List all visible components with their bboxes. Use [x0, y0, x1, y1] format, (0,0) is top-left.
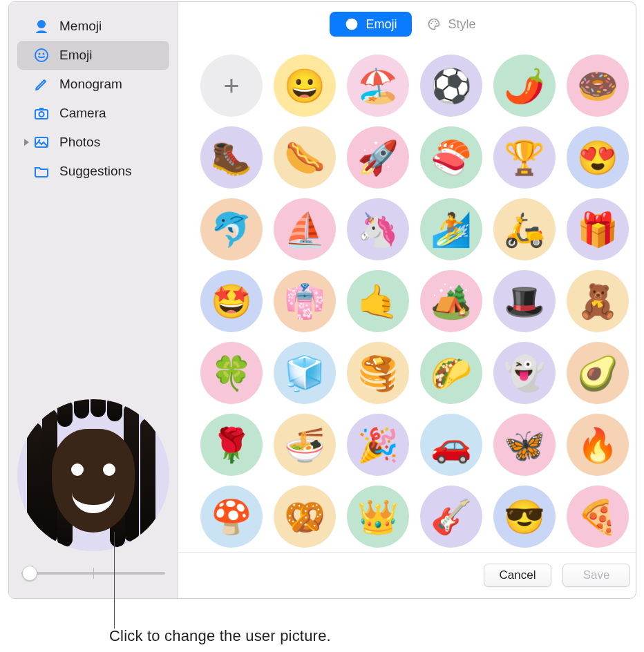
emoji-option[interactable]: 🧸 [567, 270, 629, 332]
tab-style[interactable]: Style [412, 12, 491, 37]
emoji-option[interactable]: 🌮 [420, 342, 482, 404]
tab-label: Style [448, 17, 475, 32]
emoji-option[interactable]: 🏆 [493, 126, 556, 189]
button-label: Save [583, 568, 610, 582]
emoji-option[interactable]: 🥑 [567, 342, 629, 404]
svg-point-0 [37, 20, 46, 28]
sidebar-item-label: Monogram [59, 77, 122, 92]
emoji-option[interactable]: 🍀 [200, 342, 263, 404]
emoji-option[interactable]: 🚗 [420, 414, 482, 476]
emoji-option[interactable]: 🍜 [274, 414, 336, 476]
svg-point-11 [431, 23, 433, 24]
picker-tabbar: Emoji Style [178, 2, 636, 48]
footer: Cancel Save [178, 552, 636, 598]
sidebar: Memoji Emoji Monogram [9, 2, 178, 598]
svg-point-3 [43, 53, 45, 55]
button-label: Cancel [500, 568, 536, 582]
pencil-icon [32, 75, 51, 94]
emoji-option[interactable]: 🥨 [274, 486, 336, 548]
sidebar-item-monogram[interactable]: Monogram [17, 70, 169, 99]
svg-point-13 [435, 21, 436, 22]
emoji-option[interactable]: 🤙 [347, 270, 409, 332]
sidebar-item-label: Camera [59, 106, 106, 121]
callout-leader-line [114, 532, 115, 629]
emoji-option[interactable]: 🍕 [567, 486, 629, 548]
memoji-face [52, 429, 135, 533]
svg-point-8 [347, 19, 357, 30]
emoji-face-icon [345, 17, 359, 31]
emoji-option[interactable]: 🎉 [347, 414, 409, 476]
emoji-option[interactable]: 🚀 [347, 126, 409, 189]
emoji-option[interactable]: 🥾 [200, 126, 263, 189]
emoji-option[interactable]: 🎩 [493, 270, 556, 332]
emoji-option[interactable]: ⛵ [274, 198, 336, 260]
emoji-option[interactable]: 🏕️ [420, 270, 482, 332]
sidebar-item-label: Suggestions [59, 164, 132, 179]
emoji-option[interactable]: 😀 [274, 55, 336, 117]
svg-point-1 [35, 49, 48, 61]
tab-emoji[interactable]: Emoji [330, 12, 412, 37]
emoji-option[interactable]: 🌹 [200, 414, 263, 476]
emoji-option[interactable]: 🤩 [200, 270, 263, 332]
callout-text: Click to change the user picture. [109, 627, 331, 645]
sidebar-item-emoji[interactable]: Emoji [17, 41, 169, 70]
emoji-option[interactable]: 👻 [493, 342, 556, 404]
svg-point-14 [437, 23, 438, 24]
zoom-knob[interactable] [22, 566, 37, 581]
emoji-option[interactable]: 🦄 [347, 198, 409, 260]
memoji-head-icon [32, 17, 51, 36]
emoji-option[interactable]: 🦋 [493, 414, 556, 476]
zoom-slider[interactable] [21, 566, 165, 580]
svg-rect-4 [35, 110, 48, 119]
svg-point-5 [39, 112, 44, 117]
emoji-option[interactable]: 🏄 [420, 198, 482, 260]
add-emoji-button[interactable]: + [200, 55, 263, 117]
emoji-option[interactable]: 🌶️ [493, 55, 556, 117]
photos-icon [32, 133, 51, 152]
svg-point-12 [433, 21, 434, 22]
sidebar-item-suggestions[interactable]: Suggestions [17, 157, 169, 186]
emoji-option[interactable]: 🍩 [567, 55, 629, 117]
emoji-option[interactable]: 🛵 [493, 198, 556, 260]
emoji-grid-scroll[interactable]: +😀🏖️⚽🌶️🍩🥾🌭🚀🍣🏆😍🐬⛵🦄🏄🛵🎁🤩👘🤙🏕️🎩🧸🍀🧊🥞🌮👻🥑🌹🍜🎉🚗🦋🔥🍄… [178, 48, 636, 552]
sidebar-item-camera[interactable]: Camera [17, 99, 169, 128]
main-panel: Emoji Style +😀🏖️⚽🌶️🍩🥾🌭🚀🍣🏆😍🐬⛵🦄🏄🛵🎁🤩👘🤙🏕️🎩🧸🍀… [178, 2, 636, 598]
emoji-option[interactable]: 🎸 [420, 486, 482, 548]
sidebar-item-label: Emoji [59, 48, 93, 63]
emoji-option[interactable]: 🍄 [200, 486, 263, 548]
palette-icon [427, 17, 441, 31]
user-picture-picker-window: Memoji Emoji Monogram [8, 1, 636, 599]
sidebar-item-memoji[interactable]: Memoji [17, 12, 169, 41]
emoji-option[interactable]: 🍣 [420, 126, 482, 189]
emoji-option[interactable]: 🐬 [200, 198, 263, 260]
emoji-option[interactable]: 😎 [493, 486, 556, 548]
sidebar-item-label: Memoji [59, 19, 102, 34]
emoji-option[interactable]: 👘 [274, 270, 336, 332]
emoji-grid: +😀🏖️⚽🌶️🍩🥾🌭🚀🍣🏆😍🐬⛵🦄🏄🛵🎁🤩👘🤙🏕️🎩🧸🍀🧊🥞🌮👻🥑🌹🍜🎉🚗🦋🔥🍄… [200, 55, 629, 548]
emoji-option[interactable]: 🌭 [274, 126, 336, 189]
emoji-option[interactable]: 👑 [347, 486, 409, 548]
emoji-option[interactable]: ⚽ [420, 55, 482, 117]
cancel-button[interactable]: Cancel [484, 564, 551, 587]
emoji-option[interactable]: 🧊 [274, 342, 336, 404]
svg-point-9 [350, 22, 351, 23]
sidebar-item-photos[interactable]: Photos [17, 128, 169, 157]
camera-icon [32, 104, 51, 123]
save-button[interactable]: Save [562, 564, 630, 587]
disclosure-chevron-icon[interactable] [24, 139, 29, 146]
tab-label: Emoji [366, 17, 397, 32]
sidebar-item-label: Photos [59, 135, 100, 150]
emoji-option[interactable]: 🥞 [347, 342, 409, 404]
svg-point-7 [39, 140, 41, 142]
emoji-option[interactable]: 🎁 [567, 198, 629, 260]
emoji-face-icon [32, 46, 51, 65]
svg-point-2 [39, 53, 41, 55]
emoji-option[interactable]: 🏖️ [347, 55, 409, 117]
zoom-center-tick [93, 568, 94, 579]
emoji-option[interactable]: 🔥 [567, 414, 629, 476]
preview-area [17, 399, 169, 586]
emoji-option[interactable]: 😍 [567, 126, 629, 189]
sidebar-list: Memoji Emoji Monogram [17, 12, 169, 186]
user-picture-preview[interactable] [17, 399, 169, 551]
svg-point-10 [353, 22, 354, 23]
